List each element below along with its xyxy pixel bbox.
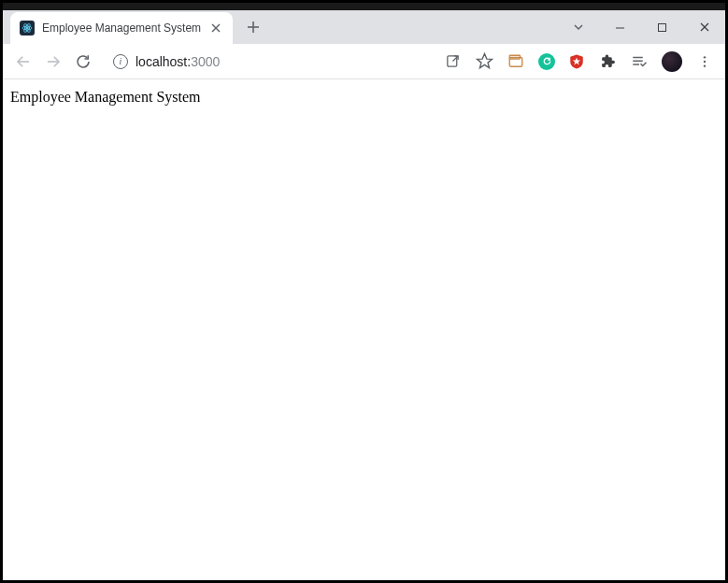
url-port: 3000 xyxy=(191,54,220,69)
share-icon[interactable] xyxy=(443,52,462,71)
kebab-menu-icon[interactable] xyxy=(695,52,714,71)
new-tab-button[interactable] xyxy=(240,14,266,40)
toolbar-right xyxy=(443,51,718,72)
address-bar[interactable]: i localhost:3000 xyxy=(113,48,430,76)
extensions-puzzle-icon[interactable] xyxy=(598,52,617,71)
browser-tab[interactable]: Employee Management System xyxy=(10,12,233,44)
forward-button[interactable] xyxy=(40,49,66,75)
profile-avatar[interactable] xyxy=(662,51,682,72)
url-host: localhost: xyxy=(136,54,191,69)
tab-search-icon[interactable] xyxy=(557,21,599,33)
svg-marker-15 xyxy=(477,54,492,68)
svg-rect-14 xyxy=(447,56,456,66)
svg-point-0 xyxy=(26,27,28,29)
window-controls xyxy=(557,10,725,44)
window-titlebar xyxy=(3,3,725,10)
extension-ublock-icon[interactable] xyxy=(568,53,585,70)
extension-grammarly-icon[interactable] xyxy=(538,53,555,70)
url-text: localhost:3000 xyxy=(136,54,220,69)
svg-point-24 xyxy=(704,64,706,66)
tab-title: Employee Management System xyxy=(42,21,201,35)
reading-list-icon[interactable] xyxy=(630,52,649,71)
tab-close-icon[interactable] xyxy=(208,21,223,36)
svg-point-22 xyxy=(704,56,706,58)
extension-wallet-icon[interactable] xyxy=(507,52,525,71)
maximize-button[interactable] xyxy=(641,13,683,41)
back-button[interactable] xyxy=(10,49,36,75)
reload-button[interactable] xyxy=(70,49,96,75)
page-content: Employee Management System xyxy=(3,79,725,580)
browser-window: Employee Management System xyxy=(0,0,728,583)
browser-toolbar: i localhost:3000 xyxy=(3,44,725,79)
react-favicon xyxy=(20,21,35,36)
close-window-button[interactable] xyxy=(683,13,725,41)
minimize-button[interactable] xyxy=(599,13,641,41)
site-info-icon[interactable]: i xyxy=(113,54,128,69)
bookmark-star-icon[interactable] xyxy=(475,52,493,71)
svg-point-23 xyxy=(704,60,706,62)
svg-rect-9 xyxy=(659,23,666,31)
page-heading: Employee Management System xyxy=(10,89,718,106)
tab-strip: Employee Management System xyxy=(3,10,725,44)
